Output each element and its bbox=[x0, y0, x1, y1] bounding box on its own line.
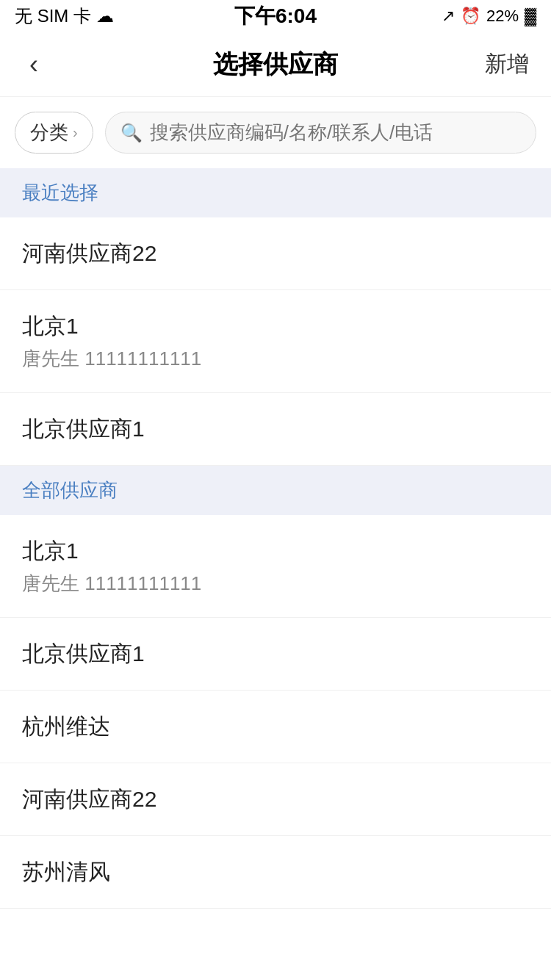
section-header-all: 全部供应商 bbox=[0, 466, 551, 515]
alarm-icon: ⏰ bbox=[461, 7, 480, 26]
item-name: 北京1 bbox=[22, 311, 529, 342]
item-name: 杭州维达 bbox=[22, 711, 529, 742]
section-header-recent: 最近选择 bbox=[0, 168, 551, 217]
search-icon: 🔍 bbox=[120, 123, 143, 143]
item-name: 苏州清风 bbox=[22, 857, 529, 887]
category-button[interactable]: 分类 › bbox=[15, 112, 93, 154]
search-input[interactable] bbox=[150, 121, 521, 144]
list-item[interactable]: 苏州清风 bbox=[0, 836, 551, 909]
page-title: 选择供应商 bbox=[213, 48, 338, 82]
item-contact: 唐先生 11111111111 bbox=[22, 571, 529, 597]
battery-icon: ▓ bbox=[525, 7, 536, 26]
no-sim-text: 无 SIM 卡 ☁ bbox=[15, 4, 114, 28]
section-header-text-all: 全部供应商 bbox=[22, 479, 118, 501]
list-item[interactable]: 杭州维达 bbox=[0, 691, 551, 763]
list-item[interactable]: 河南供应商22 bbox=[0, 763, 551, 836]
back-button[interactable]: ‹ bbox=[22, 42, 46, 87]
item-name: 北京供应商1 bbox=[22, 414, 529, 444]
list-item[interactable]: 北京1唐先生 11111111111 bbox=[0, 290, 551, 393]
list-item[interactable]: 北京供应商1 bbox=[0, 618, 551, 691]
section-header-text-recent: 最近选择 bbox=[22, 181, 98, 203]
status-right: ↗ ⏰ 22% ▓ bbox=[442, 7, 536, 26]
location-icon: ↗ bbox=[442, 7, 455, 26]
list-item[interactable]: 北京1唐先生 11111111111 bbox=[0, 515, 551, 618]
battery-text: 22% bbox=[486, 7, 519, 26]
sections-container: 最近选择河南供应商22北京1唐先生 11111111111北京供应商1全部供应商… bbox=[0, 168, 551, 909]
item-name: 北京供应商1 bbox=[22, 638, 529, 669]
list-item[interactable]: 北京供应商1 bbox=[0, 393, 551, 466]
nav-bar: ‹ 选择供应商 新增 bbox=[0, 32, 551, 97]
item-name: 河南供应商22 bbox=[22, 238, 529, 269]
item-name: 河南供应商22 bbox=[22, 784, 529, 815]
item-name: 北京1 bbox=[22, 536, 529, 566]
filter-bar: 分类 › 🔍 bbox=[0, 97, 551, 168]
search-box[interactable]: 🔍 bbox=[105, 112, 536, 154]
status-time: 下午6:04 bbox=[234, 2, 317, 30]
add-button[interactable]: 新增 bbox=[485, 49, 529, 79]
item-contact: 唐先生 11111111111 bbox=[22, 346, 529, 372]
status-bar: 无 SIM 卡 ☁ 下午6:04 ↗ ⏰ 22% ▓ bbox=[0, 0, 551, 32]
category-label: 分类 bbox=[30, 120, 68, 145]
status-left: 无 SIM 卡 ☁ bbox=[15, 4, 114, 28]
list-item[interactable]: 河南供应商22 bbox=[0, 217, 551, 290]
chevron-right-icon: › bbox=[73, 124, 78, 141]
